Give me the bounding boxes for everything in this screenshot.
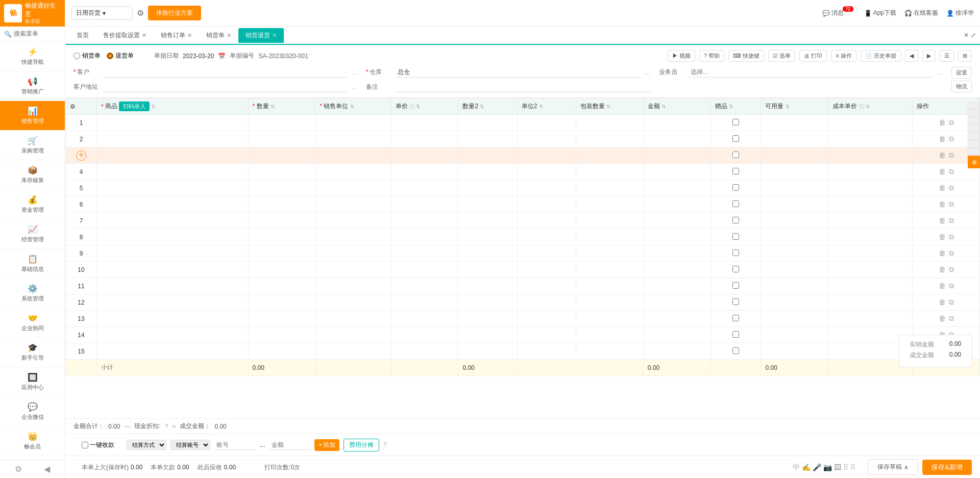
th-gift-sort[interactable]: ⇅ (729, 104, 733, 109)
copy-row-icon[interactable]: ⧉ (949, 249, 954, 258)
gift-checkbox-active[interactable] (732, 152, 739, 158)
th-gear[interactable]: ⚙ (66, 98, 97, 115)
price-cell[interactable] (391, 131, 458, 147)
print-btn[interactable]: 🖨 打印 (799, 50, 827, 62)
gift-cell[interactable] (710, 115, 761, 131)
copy-row-icon[interactable]: ⧉ (949, 314, 954, 323)
toolbar-icon-4[interactable]: 📷 (823, 463, 832, 471)
th-qty-sort[interactable]: ⇅ (271, 104, 275, 109)
delete-row-icon[interactable]: 🗑 (939, 265, 946, 274)
sidebar-item-inventory[interactable]: 📦 库存核算 (0, 160, 65, 190)
scan-input-btn[interactable]: 扫码录入 (119, 102, 150, 111)
delete-row-icon[interactable]: 🗑 (939, 298, 946, 307)
list-view-btn[interactable]: ☰ (940, 50, 954, 62)
delete-row-icon[interactable]: 🗑 (939, 151, 946, 160)
gift-checkbox[interactable] (732, 331, 739, 338)
pack-cell-active[interactable] (576, 147, 644, 164)
form-logistics-btn[interactable]: 物流 (951, 81, 972, 92)
one-click-payment-checkbox[interactable]: 一键收款 (74, 437, 122, 452)
account-input[interactable] (214, 440, 255, 450)
th-pack-sort[interactable]: ⇅ (606, 104, 610, 109)
goods-cell[interactable] (96, 115, 248, 131)
delete-row-icon[interactable]: 🗑 (939, 314, 946, 323)
unit-cell[interactable] (315, 115, 391, 131)
customer-dots[interactable]: … (352, 69, 358, 76)
save-new-btn[interactable]: 保存&新增 (922, 460, 972, 475)
tab-sales-return-close[interactable]: ✕ (272, 32, 277, 39)
radio-return-input[interactable] (107, 53, 113, 59)
help-btn[interactable]: ? 帮助 (699, 50, 724, 62)
toolbar-icon-3[interactable]: 🎤 (813, 463, 821, 471)
pack-cell[interactable] (576, 131, 644, 147)
qty-cell-active[interactable] (248, 147, 315, 164)
goods-input[interactable] (101, 119, 244, 127)
goods-cell[interactable] (96, 131, 248, 147)
settings-bottom-icon[interactable]: ⚙ (15, 464, 22, 474)
gift-checkbox[interactable] (732, 217, 739, 223)
sidebar-item-member[interactable]: 👑 畅会员 (0, 426, 65, 456)
sidebar-item-fund[interactable]: 💰 资金管理 (0, 190, 65, 219)
copy-row-icon[interactable]: ⧉ (949, 118, 954, 127)
unit-cell[interactable] (315, 131, 391, 147)
qty2-cell-active[interactable] (458, 147, 517, 164)
quick-tool-attach[interactable]: 附 (968, 133, 980, 140)
avail-cell[interactable] (761, 131, 828, 147)
app-download-btn[interactable]: 📱 App下载 (864, 9, 896, 17)
settlement-select[interactable]: 结算方式 (127, 440, 166, 450)
trial-btn[interactable]: 体验行业方案 (148, 6, 201, 20)
gift-cell-active[interactable] (710, 147, 761, 164)
goods-input-active[interactable] (101, 152, 244, 159)
tab-minimize-icon[interactable]: ✕ (964, 32, 969, 39)
salesperson-input[interactable] (689, 67, 933, 78)
delete-row-icon[interactable]: 🗑 (939, 216, 946, 225)
grid-view-btn[interactable]: ⊞ (958, 50, 972, 62)
unit2-cell[interactable] (517, 115, 576, 131)
save-draft-btn[interactable]: 保存草稿 ∧ (868, 459, 918, 475)
user-profile[interactable]: 👤 徐泽华 (946, 9, 974, 17)
copy-row-icon[interactable]: ⧉ (949, 200, 954, 209)
avail-cell-active[interactable] (761, 147, 828, 164)
price-info-icon[interactable]: ⓘ (409, 104, 414, 109)
price-cell-active[interactable] (391, 147, 458, 164)
add-payment-btn[interactable]: + 添加 (314, 439, 339, 451)
qty-cell[interactable] (248, 131, 315, 147)
copy-row-icon[interactable]: ⧉ (949, 233, 954, 241)
delete-row-icon[interactable]: 🗑 (939, 200, 946, 209)
unit2-cell-active[interactable] (517, 147, 576, 164)
select-btn[interactable]: ☑ 选单 (768, 50, 795, 62)
amount-input[interactable] (270, 440, 310, 450)
gift-checkbox[interactable] (732, 200, 739, 207)
sidebar-item-ops[interactable]: 📈 经营管理 (0, 219, 65, 249)
avail-cell[interactable] (761, 115, 828, 131)
gift-checkbox[interactable] (732, 168, 739, 174)
quick-tool-star[interactable]: 星 (968, 140, 980, 147)
toolbar-icon-1[interactable]: 中 (793, 463, 800, 472)
warehouse-input[interactable] (396, 67, 640, 78)
price-cell[interactable] (391, 115, 458, 131)
gift-checkbox[interactable] (732, 347, 739, 354)
gift-checkbox[interactable] (732, 249, 739, 256)
th-qty2-sort[interactable]: ⇅ (480, 104, 484, 109)
toolbar-icon-6[interactable]: ⠿ (843, 463, 848, 471)
qty2-cell[interactable] (458, 115, 517, 131)
note-input[interactable] (396, 82, 650, 92)
tab-sales-invoice[interactable]: 销货单 ✕ (199, 28, 238, 43)
th-amount-sort[interactable]: ⇅ (662, 104, 666, 109)
sidebar-item-wechat[interactable]: 💬 企业微信 (0, 397, 65, 426)
copy-row-icon[interactable]: ⧉ (949, 151, 954, 160)
amount-cell[interactable] (643, 131, 710, 147)
video-btn[interactable]: ▶ 视频 (668, 50, 695, 62)
copy-row-icon[interactable]: ⧉ (949, 282, 954, 290)
quick-tool-check[interactable]: 检 (968, 117, 980, 124)
message-btn[interactable]: 💬 消息 70 (822, 9, 856, 17)
delete-row-icon[interactable]: 🗑 (939, 118, 946, 127)
sidebar-item-quick-nav[interactable]: ⚡ 快捷导航 (0, 42, 65, 71)
gift-checkbox[interactable] (732, 233, 739, 240)
sidebar-item-basic[interactable]: 📋 基础信息 (0, 249, 65, 279)
online-service-btn[interactable]: 🎧 在线客服 (904, 9, 938, 17)
toolbar-icon-2[interactable]: ✍ (802, 463, 811, 471)
sidebar-item-purchase[interactable]: 🛒 采购管理 (0, 131, 65, 160)
quick-tool-note[interactable]: 记 (968, 102, 980, 109)
fee-help-icon[interactable]: ? (383, 441, 387, 448)
sidebar-item-sys[interactable]: ⚙️ 系统管理 (0, 279, 65, 308)
